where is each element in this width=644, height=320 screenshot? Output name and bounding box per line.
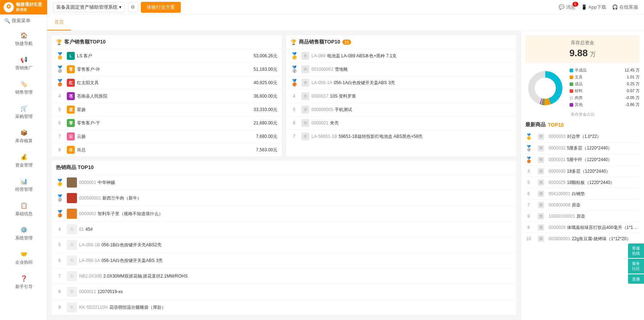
main-content: 首页 🏆 客户销售额TOP10 🥇 L LS 客户 53,006.26元 🥈 零 [47, 15, 644, 320]
customer-row[interactable]: 7 云 云扬 7,680.00元 [52, 130, 282, 143]
product-thumbnail: 图 [67, 255, 77, 266]
logo-icon [4, 2, 14, 12]
float-live-btn[interactable]: 直播 [628, 274, 644, 284]
system-name: 装备及固定资产辅助管理系统 [56, 4, 118, 11]
new-product-row[interactable]: 8 图 10000100001原壶 [525, 211, 640, 222]
inventory-label: 库存总资金 [531, 40, 634, 46]
svg-point-0 [8, 5, 10, 7]
new-product-row[interactable]: 5 图 000002918颗粒板（1220*2440） [525, 177, 640, 188]
new-product-row[interactable]: 6 图 004100001白钢垫 [525, 188, 640, 200]
sidebar-item-basic[interactable]: 📋 基础信息 [0, 197, 47, 221]
hot-product-row[interactable]: 5 图 LA-056-1B056-1B白色按键开关壳ABS2壳 [52, 237, 516, 253]
legend-item: 肉类 -0.05 万 [570, 95, 640, 100]
new-product-row[interactable]: 🥉 图 00000315厘中纤（1220*2440） [525, 154, 640, 166]
float-community-btn[interactable]: 服务 社区 [628, 259, 644, 274]
product-sold-row[interactable]: 🥇 图 LA-089电池盖 LA-089 ABS本色+黑种 7.1克 [286, 49, 516, 63]
product-sold-row[interactable]: 4 图 000001710S 变料罗浆 [286, 90, 516, 103]
new-product-row[interactable]: 7 图 000800008原壶 [525, 200, 640, 211]
dropdown-icon: ▾ [119, 4, 122, 10]
purchase-icon: 🛒 [20, 104, 28, 112]
product-sales-title: 🏆 商品销售额TOP10 11 [286, 35, 516, 49]
system-select[interactable]: 装备及固定资产辅助管理系统 ▾ [53, 2, 125, 12]
customer-row[interactable]: 🥉 红 红太阳文具 40,925.00元 [52, 76, 282, 90]
phone-icon: 📱 [581, 4, 587, 10]
customer-row[interactable]: 6 零 零售客户-于 21,680.00元 [52, 116, 282, 130]
product-thumbnail: 图 [67, 302, 77, 312]
trial-button[interactable]: 体验行业方案 [141, 2, 181, 13]
settings-button[interactable]: ⚙ [128, 2, 138, 12]
sidebar-item-sales[interactable]: 🏷️ 销售管理 [0, 75, 47, 100]
hot-product-row[interactable]: 🥉 0000002智利车子里（规格不知道填什么） [52, 206, 516, 222]
app-download-button[interactable]: 📱 App下载 [581, 4, 606, 11]
customer-row[interactable]: 🥇 L LS 客户 53,006.26元 [52, 49, 282, 63]
new-product-row[interactable]: 4 图 000003018多层（1220*2440） [525, 166, 640, 177]
product-badge-count: 11 [342, 40, 351, 45]
product-thumbnail [67, 177, 77, 188]
product-sold-row[interactable]: 🥈 图 001000002雪地靴 [286, 63, 516, 76]
product-sold-row[interactable]: 5 图 000800005手机测试 [286, 103, 516, 116]
product-sold-row[interactable]: 7 图 LA-59651-1B59651-1B旋转投影灯电池盒 ABS黑色+58… [286, 130, 516, 143]
sidebar-item-inventory[interactable]: 📦 库存核算 [0, 124, 47, 148]
chart-container: 半成品 12.45 万 文具 1.01 万 成品 0.25 万 材料 0.07 … [525, 67, 640, 109]
new-product-row[interactable]: 9 图 0000028体哦嘉枝味苏打饮品400毫升（1*15） [525, 222, 640, 233]
content-left: 🏆 客户销售额TOP10 🥇 L LS 客户 53,006.26元 🥈 零 零售… [47, 31, 521, 320]
hot-product-row[interactable]: 9 图 KK-SD22110H花语萌恒温分腿睡袋（厚款） [52, 300, 516, 315]
hot-products-title: 热销商品 TOP10 [52, 161, 516, 175]
inventory-icon: 📦 [20, 128, 28, 136]
new-products-section: 最新商品 TOP10 🥇 图 0000033封边带（1.0*22） 🥈 图 00… [525, 122, 640, 244]
sidebar-item-guide[interactable]: ❓ 新手引导 [0, 270, 47, 294]
donut-chart [525, 68, 565, 108]
topbar-center: 装备及固定资产辅助管理系统 ▾ ⚙ 体验行业方案 [47, 2, 559, 13]
chart-legend: 半成品 12.45 万 文具 1.01 万 成品 0.25 万 材料 0.07 … [570, 67, 640, 109]
hot-product-row[interactable]: 7 图 NB2.0X30B2.0X30MM双搓花轴,搓花直径2.1MM/ROHS [52, 268, 516, 284]
new-product-row[interactable]: 10 图 00380000122g鱼豆腐-烧烤味（1*12*20） [525, 233, 640, 244]
message-button[interactable]: 💬 消息 6 [559, 4, 575, 11]
sidebar-item-operation[interactable]: 📊 经营管理 [0, 173, 47, 197]
new-product-row[interactable]: 🥇 图 0000033封边带（1.0*22） [525, 131, 640, 143]
sidebar-item-system[interactable]: ⚙️ 系统管理 [0, 221, 47, 246]
tab-home[interactable]: 首页 [47, 15, 71, 30]
logo-area: 畅捷通好生意 标准版 [0, 0, 47, 15]
sidebar-item-enterprise[interactable]: 🤝 企业协同 [0, 246, 47, 270]
hot-product-row[interactable]: 🥈 000500001新西兰牛肉（新牛） [52, 190, 516, 206]
sidebar-item-shortcut[interactable]: 🏠 快捷导航 [0, 27, 47, 51]
inventory-unit: 万 [590, 51, 596, 57]
hot-product-row[interactable]: 8 图 000001112070519-xs [52, 284, 516, 300]
search-menu[interactable]: 🔍 搜索菜单 [0, 15, 47, 27]
sidebar-item-finance[interactable]: 💰 资金管理 [0, 148, 47, 173]
hot-products-card: 热销商品 TOP10 🥇 0000001中华神赐 🥈 000500001新西兰牛… [52, 161, 516, 315]
float-service-btn[interactable]: 客服 热线 [628, 243, 644, 258]
main-layout: 🔍 搜索菜单 🏠 快捷导航 📢 营销推广 🏷️ 销售管理 🛒 采购管理 📦 库存… [0, 15, 644, 320]
legend-item: 半成品 12.45 万 [570, 67, 640, 73]
customer-row[interactable]: 🥈 零 零售客户-许 51,183.00元 [52, 63, 282, 76]
right-panel: 库存总资金 9.88 万 [521, 31, 644, 320]
customer-service-button[interactable]: 🎧 在线客服 [612, 4, 638, 11]
customer-row[interactable]: 8 肖 肖总 7,563.00元 [52, 143, 282, 156]
content-area: 🏆 客户销售额TOP10 🥇 L LS 客户 53,006.26元 🥈 零 零售… [47, 31, 644, 320]
product-thumbnail: 图 [67, 287, 77, 297]
float-buttons: 客服 热线 服务 社区 直播 [628, 243, 644, 284]
system-icon: ⚙️ [20, 226, 28, 234]
inventory-number: 9.88 [569, 48, 588, 58]
legend-item: 材料 0.07 万 [570, 88, 640, 94]
message-badge: 6 [572, 2, 578, 7]
product-sold-list: 🥇 图 LA-089电池盖 LA-089 ABS本色+黑种 7.1克 🥈 图 0… [286, 49, 516, 143]
new-product-row[interactable]: 🥈 图 00000325厘多层（1220*2440） [525, 143, 640, 154]
customer-row[interactable]: 5 星 星扬 33,333.00元 [52, 103, 282, 116]
hot-product-row[interactable]: 6 图 LA-056-1A056-1A白色按键开关盖ABS 3壳 [52, 253, 516, 268]
sidebar-item-purchase[interactable]: 🛒 采购管理 [0, 100, 47, 124]
topbar: 畅捷通好生意 标准版 装备及固定资产辅助管理系统 ▾ ⚙ 体验行业方案 💬 消息… [0, 0, 644, 15]
customer-row[interactable]: 4 苍 苍南县人民医院 36,600.00元 [52, 90, 282, 103]
sidebar-item-marketing[interactable]: 📢 营销推广 [0, 51, 47, 75]
product-thumbnail: 图 [67, 271, 77, 281]
product-thumbnail [67, 209, 77, 219]
product-sold-row[interactable]: 🥉 图 LA-056-1A056-1A白色按键开关盖ABS 3壳 [286, 76, 516, 90]
hot-product-row[interactable]: 🥇 0000001中华神赐 [52, 175, 516, 190]
hot-products-list: 🥇 0000001中华神赐 🥈 000500001新西兰牛肉（新牛） 🥉 000… [52, 175, 516, 315]
inventory-total-card: 库存总资金 9.88 万 [525, 35, 640, 63]
product-sold-row[interactable]: 6 图 0000021夹壳 [286, 116, 516, 130]
hot-product-row[interactable]: 4 图 0145# [52, 222, 516, 237]
marketing-icon: 📢 [20, 56, 28, 63]
product-thumbnail [67, 193, 77, 203]
headset-icon: 🎧 [612, 4, 618, 10]
